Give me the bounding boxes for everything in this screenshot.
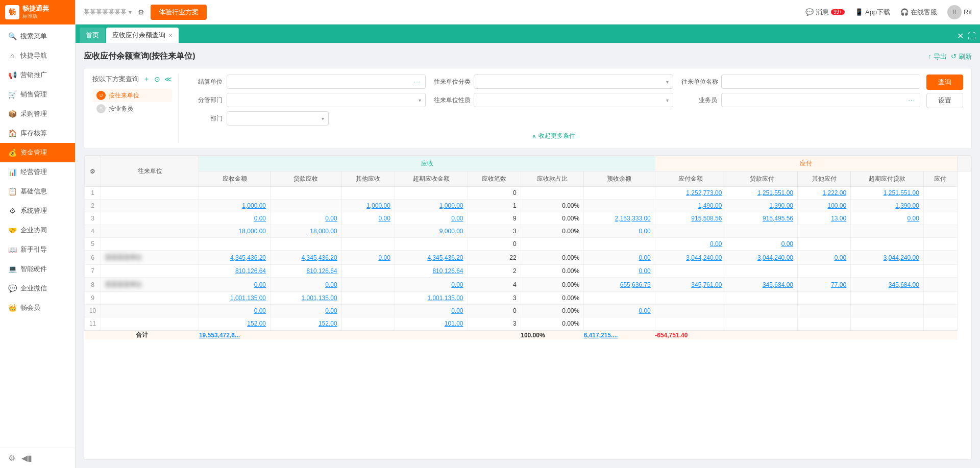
cell-shouji[interactable]: 0.00 bbox=[199, 305, 271, 317]
filter-by-staff[interactable]: S 按业务员 bbox=[92, 102, 172, 115]
user-avatar[interactable]: R Rit bbox=[947, 5, 972, 19]
wanglaimingcheng-input[interactable] bbox=[721, 75, 920, 89]
cell-daikuanshouji[interactable]: 4,345,436.20 bbox=[271, 251, 342, 265]
messages-item[interactable]: 💬 消息 99+ bbox=[805, 8, 845, 17]
cell-otheryingfu[interactable]: 1,222.00 bbox=[797, 187, 850, 200]
cell-chaopingshouji[interactable]: 4,345,436.20 bbox=[395, 251, 468, 265]
gear-header[interactable]: ⚙ bbox=[85, 156, 101, 187]
service-item[interactable]: 🎧 在线客服 bbox=[900, 8, 937, 17]
cell-otheryingfu[interactable]: 77.00 bbox=[797, 278, 850, 292]
jiesuandanwei-input[interactable]: ··· bbox=[227, 75, 426, 89]
cell-yingfu[interactable]: 1,252,773.00 bbox=[655, 187, 726, 200]
sidebar-item-inventory[interactable]: 🏠 库存核算 bbox=[0, 124, 75, 143]
cell-daikuanshouji[interactable]: 1,001,135.00 bbox=[271, 292, 342, 305]
sidebar-item-system[interactable]: ⚙ 系统管理 bbox=[0, 201, 75, 220]
cell-shouji[interactable]: 1,001,135.00 bbox=[199, 292, 271, 305]
cell-shouji[interactable]: 0.00 bbox=[199, 278, 271, 292]
set-button[interactable]: 设置 bbox=[926, 93, 963, 108]
add-filter-icon[interactable]: ＋ bbox=[143, 75, 150, 84]
settings-icon[interactable]: ⚙ bbox=[8, 453, 15, 463]
tabbar-close-icon[interactable]: ✕ bbox=[957, 31, 964, 41]
tab-close-icon[interactable]: ✕ bbox=[168, 33, 173, 38]
app-download-item[interactable]: 📱 App下载 bbox=[855, 8, 890, 17]
cell-othershouji[interactable]: 0.00 bbox=[341, 251, 395, 265]
wanglaixin-input[interactable]: ▾ bbox=[474, 93, 673, 107]
sidebar-item-member[interactable]: 👑 畅会员 bbox=[0, 298, 75, 317]
cell-chaopyingfu[interactable]: 345,684.00 bbox=[851, 278, 924, 292]
cell-yingfu[interactable]: 0.00 bbox=[655, 238, 726, 251]
sidebar-item-guide[interactable]: 📖 新手引导 bbox=[0, 240, 75, 259]
cell-chaopingshouji[interactable]: 810,126.64 bbox=[395, 265, 468, 278]
cell-daikuanyingfu[interactable]: 1,251,551.00 bbox=[726, 187, 798, 200]
cell-chaopingshouji[interactable]: 101.00 bbox=[395, 317, 468, 331]
footer-shouji[interactable]: 19,553,472,6... bbox=[199, 330, 271, 339]
cell-othershouji[interactable]: 1,000.00 bbox=[341, 200, 395, 212]
cell-shouji[interactable]: 0.00 bbox=[199, 212, 271, 225]
cell-chaopingshouji[interactable]: 0.00 bbox=[395, 212, 468, 225]
export-button[interactable]: ↑ 导出 bbox=[928, 52, 947, 61]
cell-daikuanshouji[interactable]: 18,000.00 bbox=[271, 225, 342, 238]
cell-daikuanyingfu[interactable]: 0.00 bbox=[726, 238, 798, 251]
cell-chaopingshouji[interactable]: 0.00 bbox=[395, 305, 468, 317]
sidebar-item-sales[interactable]: 🛒 销售管理 bbox=[0, 85, 75, 104]
cell-othershouji[interactable]: 0.00 bbox=[341, 212, 395, 225]
cell-yingfu[interactable]: 3,044,240.00 bbox=[655, 251, 726, 265]
filter-collapse-sidebar-icon[interactable]: ≪ bbox=[164, 75, 172, 83]
sidebar-item-basic[interactable]: 📋 基础信息 bbox=[0, 182, 75, 201]
sidebar-item-quick[interactable]: ⌂ 快捷导航 bbox=[0, 46, 75, 65]
footer-yueyu[interactable]: 6,417,215.... bbox=[584, 330, 655, 339]
cell-daikuanshouji[interactable]: 0.00 bbox=[271, 305, 342, 317]
cell-daikuanshouji[interactable]: 152.00 bbox=[271, 317, 342, 331]
cell-yueyu[interactable]: 0.00 bbox=[584, 251, 655, 265]
sidebar-item-enterprise[interactable]: 🤝 企业协同 bbox=[0, 220, 75, 240]
cell-chaopingshouji[interactable]: 9,000.00 bbox=[395, 225, 468, 238]
cell-chaopyingfu[interactable]: 0.00 bbox=[851, 212, 924, 225]
cell-yueyu[interactable]: 2,153,333.00 bbox=[584, 212, 655, 225]
cell-shouji[interactable]: 152.00 bbox=[199, 317, 271, 331]
cell-otheryingfu[interactable]: 0.00 bbox=[797, 251, 850, 265]
sidebar-item-finance[interactable]: 💰 资金管理 bbox=[0, 143, 75, 162]
cell-otheryingfu[interactable]: 13.00 bbox=[797, 212, 850, 225]
cell-yueyu[interactable]: 655,636.75 bbox=[584, 278, 655, 292]
sidebar-item-search[interactable]: 🔍 搜索菜单 bbox=[0, 27, 75, 46]
fenguanbumon-input[interactable]: ▾ bbox=[227, 93, 426, 107]
sidebar-item-marketing[interactable]: 📢 营销推广 bbox=[0, 65, 75, 85]
cell-chaopingshouji[interactable]: 1,000.00 bbox=[395, 200, 468, 212]
bumen-input[interactable]: ▾ bbox=[227, 111, 329, 126]
wanglaifenlei-input[interactable]: ▾ bbox=[474, 75, 673, 89]
sidebar-item-wechat[interactable]: 💬 企业微信 bbox=[0, 279, 75, 298]
topbar-solution-button[interactable]: 体验行业方案 bbox=[151, 5, 207, 20]
topbar-gear-icon[interactable]: ⚙ bbox=[138, 8, 144, 16]
query-button[interactable]: 查询 bbox=[926, 75, 963, 90]
filter-by-unit[interactable]: U 按往来单位 bbox=[92, 89, 172, 102]
cell-yingfu[interactable]: 1,490.00 bbox=[655, 200, 726, 212]
cell-daikuanshouji[interactable]: 810,126.64 bbox=[271, 265, 342, 278]
cell-otheryingfu[interactable]: 100.00 bbox=[797, 200, 850, 212]
cell-yingfu[interactable]: 345,761.00 bbox=[655, 278, 726, 292]
tab-home[interactable]: 首页 bbox=[80, 28, 105, 43]
cell-chaopingshouji[interactable]: 0.00 bbox=[395, 278, 468, 292]
cell-shouji[interactable]: 4,345,436.20 bbox=[199, 251, 271, 265]
cell-daikuanshouji[interactable]: 0.00 bbox=[271, 278, 342, 292]
cell-chaopyingfu[interactable]: 3,044,240.00 bbox=[851, 251, 924, 265]
tabbar-expand-icon[interactable]: ⛶ bbox=[968, 32, 976, 41]
cell-yueyu[interactable]: 0.00 bbox=[584, 265, 655, 278]
sidebar-item-hardware[interactable]: 💻 智能硬件 bbox=[0, 259, 75, 279]
sidebar-item-operation[interactable]: 📊 经营管理 bbox=[0, 162, 75, 182]
cell-daikuanshouji[interactable]: 0.00 bbox=[271, 212, 342, 225]
cell-yueyu[interactable]: 0.00 bbox=[584, 305, 655, 317]
filter-settings-icon[interactable]: ⊙ bbox=[154, 75, 160, 83]
sidebar-item-purchase[interactable]: 📦 采购管理 bbox=[0, 104, 75, 124]
collapse-icon[interactable]: ◀▮ bbox=[21, 453, 32, 463]
cell-shouji[interactable]: 810,126.64 bbox=[199, 265, 271, 278]
cell-daikuanyingfu[interactable]: 3,044,240.00 bbox=[726, 251, 798, 265]
cell-daikuanyingfu[interactable]: 345,684.00 bbox=[726, 278, 798, 292]
topbar-dropdown-icon[interactable]: ▾ bbox=[129, 9, 132, 16]
tab-query[interactable]: 应收应付余额查询 ✕ bbox=[106, 28, 179, 43]
cell-daikuanyingfu[interactable]: 915,495.56 bbox=[726, 212, 798, 225]
cell-chaopingshouji[interactable]: 1,001,135.00 bbox=[395, 292, 468, 305]
cell-shouji[interactable]: 18,000.00 bbox=[199, 225, 271, 238]
cell-yueyu[interactable]: 0.00 bbox=[584, 225, 655, 238]
cell-chaopyingfu[interactable]: 1,390.00 bbox=[851, 200, 924, 212]
cell-shouji[interactable]: 1,000.00 bbox=[199, 200, 271, 212]
